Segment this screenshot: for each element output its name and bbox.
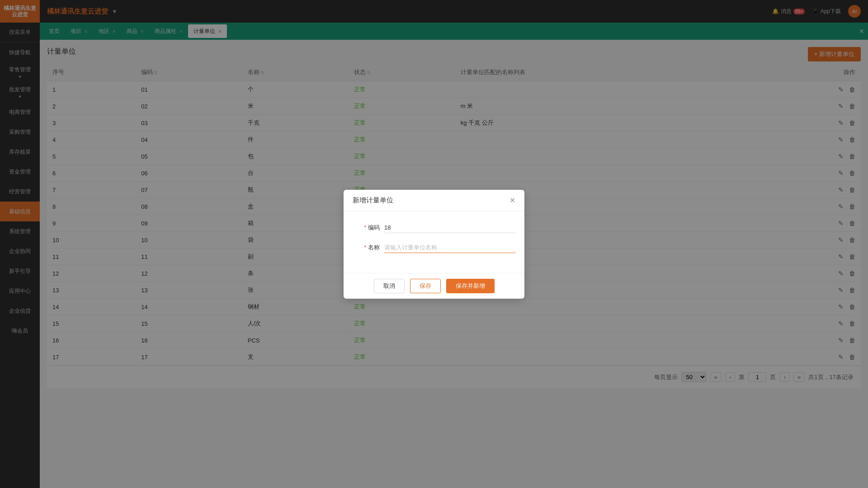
code-input[interactable] — [384, 222, 515, 233]
name-label: * 名称 — [353, 244, 380, 252]
save-and-new-button[interactable]: 保存并新增 — [446, 279, 495, 293]
code-label: * 编码 — [353, 224, 380, 232]
modal-close-button[interactable]: ✕ — [509, 196, 515, 205]
cancel-button[interactable]: 取消 — [374, 279, 405, 293]
add-measure-unit-modal: 新增计量单位 ✕ * 编码 * 名称 取消 保存 保存并新增 — [344, 190, 524, 299]
form-row-name: * 名称 — [353, 242, 515, 253]
modal-overlay: 新增计量单位 ✕ * 编码 * 名称 取消 保存 保存并新增 — [0, 0, 868, 488]
save-button[interactable]: 保存 — [410, 279, 441, 293]
modal-header: 新增计量单位 ✕ — [344, 190, 524, 211]
name-input[interactable] — [384, 242, 515, 253]
modal-footer: 取消 保存 保存并新增 — [344, 273, 524, 299]
required-star: * — [364, 224, 366, 231]
required-star: * — [364, 244, 366, 251]
modal-body: * 编码 * 名称 — [344, 211, 524, 273]
form-row-code: * 编码 — [353, 222, 515, 233]
modal-title: 新增计量单位 — [353, 196, 393, 205]
